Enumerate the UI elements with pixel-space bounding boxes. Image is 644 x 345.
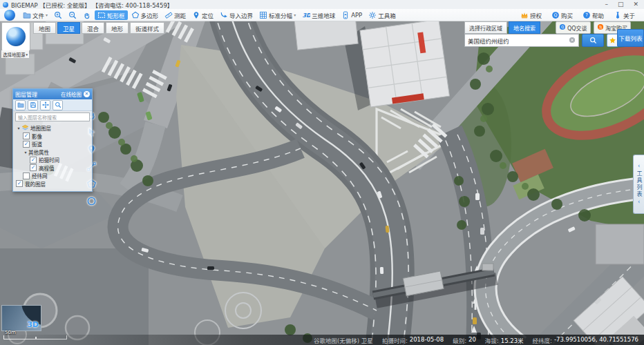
globe-3d-tool-label: 三维地球	[312, 11, 335, 19]
magnifier-icon	[55, 101, 61, 108]
layer-tree-item[interactable]: ✓高程值	[15, 164, 91, 172]
toolbox-tool-label: 工具箱	[378, 11, 396, 19]
app-tool-label: APP	[351, 12, 362, 19]
about-button-label: 关于	[623, 11, 635, 19]
window-title: BIGEMAP 【已授权: 全能版】 【咨询电话: 400-118-5459】	[11, 1, 173, 9]
map-type-bar: 地图卫星混合地形街道样式	[33, 22, 164, 34]
search-button[interactable]	[582, 34, 604, 47]
expand-arrow-icon[interactable]: ▾	[16, 126, 21, 130]
save-layer-button[interactable]	[28, 100, 38, 110]
zoom-out-tool[interactable]	[66, 10, 79, 20]
measure-tool[interactable]: 测距	[162, 10, 189, 20]
file-menu[interactable]: 文件▾	[20, 10, 50, 20]
globe3d-icon: 3D	[302, 11, 310, 19]
status-segment: 级别:20	[453, 336, 476, 344]
polygon-select-tool[interactable]: 多边形	[129, 10, 162, 20]
layer-checkbox[interactable]: ✓	[30, 164, 37, 171]
help-button[interactable]: ?帮助	[581, 10, 605, 20]
import-icon	[220, 11, 228, 19]
tools-list-label: 工具列表	[635, 170, 643, 198]
chevron-down-icon: ▾	[26, 52, 28, 57]
tools-list-tab[interactable]: ‹ 工具列表 ‹	[633, 155, 644, 214]
phone-icon	[341, 11, 350, 19]
app-tool[interactable]: APP	[339, 10, 365, 20]
place-search-input[interactable]: 美国纽约州纽约	[464, 34, 579, 47]
zoom-in-tool[interactable]	[51, 10, 65, 20]
taobao-icon: 淘	[597, 23, 604, 32]
hand-icon	[83, 11, 91, 19]
status-segment: 谷歌地图(无偏移) 卫星	[314, 336, 373, 344]
clear-search-icon[interactable]	[569, 37, 576, 45]
map-source-label[interactable]: 选择地图源▾	[1, 50, 29, 58]
close-button[interactable]: ✕	[633, 0, 638, 9]
search-layer-button[interactable]	[53, 100, 63, 110]
layer-checkbox[interactable]: ✓	[16, 180, 23, 187]
tab-map[interactable]: 地图	[33, 22, 56, 34]
grid-split-tool[interactable]: 标准分幅▾	[256, 10, 299, 20]
locate-tool[interactable]: 定位	[189, 10, 216, 20]
bigemap-window: BIGEMAP 【已授权: 全能版】 【咨询电话: 400-118-5459】 …	[0, 0, 644, 345]
globe-icon	[6, 27, 26, 46]
layer-tree-item[interactable]: ✓拍摄时间	[15, 156, 91, 164]
layer-tree-item[interactable]: 经纬网	[15, 172, 91, 180]
panel-close-icon[interactable]: ✕	[84, 91, 90, 97]
tab-region-select[interactable]: 选择行政区域	[464, 21, 507, 34]
layer-tree-item[interactable]: ▾其他属性	[15, 148, 91, 157]
search-query: 美国纽约州纽约	[468, 37, 569, 45]
globe-3d-tool[interactable]: 3D三维地球	[299, 10, 338, 20]
tab-terrain[interactable]: 地形	[106, 22, 129, 34]
layer-label: 拍摄时间	[39, 156, 59, 164]
grid-split-tool-label: 标准分幅	[269, 11, 292, 19]
layer-checkbox[interactable]: ✓	[23, 141, 30, 148]
bigemap-logo-icon	[3, 2, 8, 8]
toolbox-tool[interactable]: 工具箱	[366, 10, 399, 20]
tab-satellite[interactable]: 卫星	[57, 22, 80, 34]
open-layer-button[interactable]	[15, 100, 26, 110]
pan-tool[interactable]	[80, 10, 94, 20]
bigemap-sphere-logo	[4, 10, 15, 21]
buy-button[interactable]: Q购买	[550, 10, 574, 20]
map-source-button[interactable]	[1, 22, 30, 51]
online-draw-link[interactable]: 在线绘图	[61, 90, 82, 98]
minimap-3d-toggle[interactable]: 3D	[1, 305, 41, 331]
license-button[interactable]: 授权	[519, 10, 543, 20]
file-menu-label: 文件	[32, 11, 44, 19]
save-icon	[30, 101, 37, 108]
polygon-select-tool-label: 多边形	[141, 11, 159, 19]
question-icon: ?	[583, 11, 591, 19]
about-button[interactable]: 关于	[612, 10, 636, 20]
qq-chat-button[interactable]: Q QQ交谈	[556, 21, 591, 34]
layers-panel-header[interactable]: 图层管理 在线绘图 ✕	[13, 89, 92, 99]
layer-checkbox[interactable]: ✓	[30, 157, 37, 164]
move-layer-button[interactable]	[40, 100, 50, 110]
layer-label: 其他属性	[28, 148, 49, 156]
expand-arrow-icon[interactable]: ▾	[23, 150, 28, 155]
layer-tree-item[interactable]: ✓街道	[15, 140, 91, 148]
import-boundary-tool[interactable]: 导入边界	[217, 10, 256, 20]
layer-tree-item[interactable]: ▾地图图层	[15, 124, 91, 132]
layer-search-input[interactable]: 输入图层名称搜索	[15, 112, 90, 121]
license-button-label: 授权	[530, 11, 542, 19]
circle-tool[interactable]	[86, 195, 97, 207]
minimize-button[interactable]: –	[605, 0, 608, 9]
tab-street-style[interactable]: 街道样式	[130, 22, 164, 34]
folder-icon	[17, 101, 24, 108]
layer-label: 街道	[32, 140, 42, 148]
layer-label: 高程值	[39, 164, 55, 172]
crown-icon	[520, 11, 529, 19]
maximize-button[interactable]: □	[618, 0, 624, 9]
layer-tree-item[interactable]: ✓影像	[15, 132, 91, 141]
tab-place-search[interactable]: 地名搜索	[509, 21, 540, 34]
layer-checkbox[interactable]: ✓	[23, 132, 30, 139]
status-bar: 谷歌地图(无偏移) 卫星拍摄时间:2018-05-08级别:20海拔:15.23…	[0, 335, 644, 345]
circle-tool-icon	[86, 196, 97, 206]
chevron-left-icon: ‹	[638, 164, 640, 169]
tab-hybrid[interactable]: 混合	[82, 22, 104, 34]
layer-tree-item[interactable]: ✓我的图层	[15, 180, 91, 188]
chevron-left-icon: ‹	[638, 199, 640, 205]
layer-checkbox[interactable]	[23, 172, 30, 179]
layer-label: 地图图层	[30, 124, 51, 132]
layer-label: 我的图层	[25, 180, 46, 188]
download-list-button[interactable]: 下载列表	[617, 29, 644, 47]
rect-select-tool[interactable]: 矩形框	[95, 10, 128, 20]
